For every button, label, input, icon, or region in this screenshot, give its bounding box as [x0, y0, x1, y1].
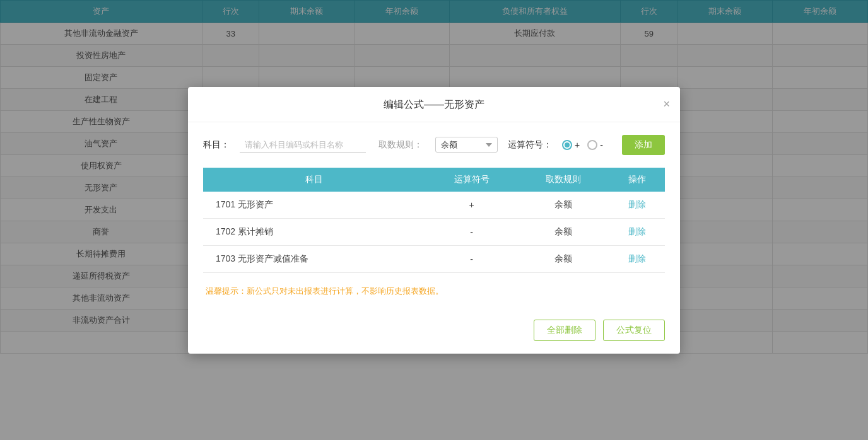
formula-operator: - — [426, 245, 517, 272]
formula-row: 1702 累计摊销-余额删除 — [203, 218, 665, 245]
formula-table: 科目 运算符号 取数规则 操作 1701 无形资产+余额删除1702 累计摊销-… — [203, 168, 665, 273]
add-button[interactable]: 添加 — [622, 135, 665, 155]
modal-header: 编辑公式——无形资产 × — [188, 87, 680, 122]
subject-input[interactable] — [240, 137, 366, 153]
modal-overlay: 编辑公式——无形资产 × 科目： 取数规则： 余额借方发生额贷方发生额借方累计贷… — [0, 0, 868, 440]
operator-plus-radio[interactable] — [562, 140, 572, 150]
modal-body: 科目： 取数规则： 余额借方发生额贷方发生额借方累计贷方累计 运算符号： + — [188, 122, 680, 320]
edit-formula-modal: 编辑公式——无形资产 × 科目： 取数规则： 余额借方发生额贷方发生额借方累计贷… — [188, 87, 680, 354]
formula-rule: 余额 — [517, 245, 609, 272]
reset-formula-button[interactable]: 公式复位 — [603, 320, 665, 341]
operator-label: 运算符号： — [508, 139, 552, 151]
formula-row: 1703 无形资产减值准备-余额删除 — [203, 245, 665, 272]
col-rule: 取数规则 — [517, 168, 609, 192]
col-operator: 运算符号 — [426, 168, 517, 192]
formula-action: 删除 — [609, 192, 665, 219]
formula-action: 删除 — [609, 218, 665, 245]
formula-subject: 1702 累计摊销 — [203, 218, 426, 245]
formula-form-row: 科目： 取数规则： 余额借方发生额贷方发生额借方累计贷方累计 运算符号： + — [203, 135, 665, 155]
modal-footer: 全部删除 公式复位 — [188, 320, 680, 354]
modal-title: 编辑公式——无形资产 — [384, 99, 484, 110]
subject-label: 科目： — [203, 139, 230, 151]
operator-minus-option[interactable]: - — [587, 140, 603, 150]
modal-close-button[interactable]: × — [663, 98, 670, 110]
operator-plus-option[interactable]: + — [562, 140, 580, 150]
rule-label: 取数规则： — [378, 139, 423, 151]
rule-select[interactable]: 余额借方发生额贷方发生额借方累计贷方累计 — [435, 137, 498, 153]
formula-rule: 余额 — [517, 192, 609, 219]
operator-plus-label: + — [575, 140, 580, 150]
delete-row-button[interactable]: 删除 — [628, 253, 646, 263]
formula-rule: 余额 — [517, 218, 609, 245]
operator-minus-label: - — [600, 140, 603, 150]
col-action: 操作 — [609, 168, 665, 192]
formula-row: 1701 无形资产+余额删除 — [203, 192, 665, 219]
col-subject: 科目 — [203, 168, 426, 192]
operator-group: + - — [562, 140, 603, 150]
hint-text: 温馨提示：新公式只对未出报表进行计算，不影响历史报表数据。 — [203, 286, 665, 297]
formula-subject: 1701 无形资产 — [203, 192, 426, 219]
rule-select-wrapper: 余额借方发生额贷方发生额借方累计贷方累计 — [435, 137, 498, 153]
operator-minus-radio[interactable] — [587, 140, 597, 150]
delete-row-button[interactable]: 删除 — [628, 226, 646, 236]
delete-row-button[interactable]: 删除 — [628, 199, 646, 209]
formula-operator: - — [426, 218, 517, 245]
formula-operator: + — [426, 192, 517, 219]
formula-action: 删除 — [609, 245, 665, 272]
delete-all-button[interactable]: 全部删除 — [534, 320, 595, 341]
formula-subject: 1703 无形资产减值准备 — [203, 245, 426, 272]
